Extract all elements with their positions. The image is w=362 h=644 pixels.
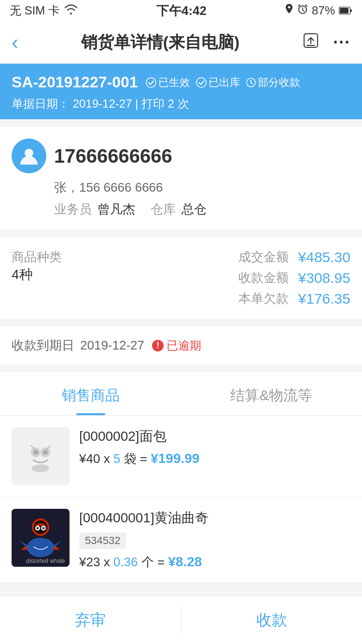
status-shipped: 已出库 xyxy=(196,75,240,90)
product-thumbnail: distorted whale xyxy=(12,509,70,567)
order-date-line: 单据日期： 2019-12-27 | 打印 2 次 xyxy=(12,96,350,112)
status-time: 下午4:42 xyxy=(156,2,207,19)
svg-rect-2 xyxy=(340,8,348,14)
product-price: ¥23 x 0.36 个 = ¥8.28 xyxy=(79,554,350,571)
status-left: 无 SIM 卡 xyxy=(10,3,78,18)
location-icon xyxy=(285,4,293,17)
overdue-icon: ! xyxy=(152,340,164,351)
order-header: SA-20191227-001 已生效 已出库 部分收款 单据日期： 2019-… xyxy=(0,64,362,119)
tabs-row: 销售商品 结算&物流等 xyxy=(0,372,362,416)
received-value: ¥308.95 xyxy=(298,270,350,286)
product-details: [000400001]黄油曲奇 534532 ¥23 x 0.36 个 = ¥8… xyxy=(79,509,350,571)
customer-name: 张，156 6666 6666 xyxy=(12,179,350,196)
back-button[interactable]: ‹ xyxy=(12,31,18,54)
alarm-icon xyxy=(297,4,308,17)
svg-point-19 xyxy=(42,527,45,530)
product-thumbnail xyxy=(12,427,70,485)
transaction-amount-row: 成交金额 ¥485.30 xyxy=(238,249,350,266)
due-date-label: 收款到期日 xyxy=(12,337,74,354)
battery-text: 87% xyxy=(312,4,335,17)
carrier-text: 无 SIM 卡 xyxy=(10,3,60,18)
product-price: ¥40 x 5 袋 = ¥199.99 xyxy=(79,450,350,467)
due-date-section: 收款到期日 2019-12-27 ! 已逾期 xyxy=(0,326,362,364)
avatar xyxy=(12,139,46,173)
type-count: 4种 xyxy=(12,266,62,284)
amount-label: 成交金额 xyxy=(238,249,289,266)
amount-value: ¥485.30 xyxy=(298,249,350,266)
svg-point-5 xyxy=(196,78,206,87)
order-number: SA-20191227-001 xyxy=(12,73,138,91)
page-title: 销货单详情(来自电脑) xyxy=(81,31,240,54)
more-icon[interactable]: ··· xyxy=(333,32,350,53)
customer-meta: 业务员 曾凡杰 仓库 总仓 xyxy=(12,201,350,218)
sales-person: 业务员 曾凡杰 xyxy=(54,201,135,218)
received-label: 收款金额 xyxy=(238,269,289,286)
product-type-summary: 商品种类 4种 xyxy=(12,249,62,284)
svg-point-12 xyxy=(32,464,49,472)
share-icon[interactable] xyxy=(302,32,320,53)
status-bar: 无 SIM 卡 下午4:42 87% xyxy=(0,0,362,21)
overdue-badge: ! 已逾期 xyxy=(152,338,201,353)
svg-point-18 xyxy=(37,527,39,530)
tab-products[interactable]: 销售商品 xyxy=(0,372,181,415)
status-activated: 已生效 xyxy=(146,75,190,90)
warehouse: 仓库 总仓 xyxy=(151,201,207,218)
product-sku: 534532 xyxy=(79,532,126,549)
svg-text:distorted whale: distorted whale xyxy=(26,558,65,564)
product-list: [0000002]面包 ¥40 x 5 袋 = ¥199.99 xyxy=(0,416,362,583)
svg-point-4 xyxy=(146,78,156,87)
customer-phone: 17666666666 xyxy=(54,145,172,167)
status-right: 87% xyxy=(285,4,352,17)
battery-icon xyxy=(339,4,352,17)
financial-summary: 成交金额 ¥485.30 收款金额 ¥308.95 本单欠款 ¥176.35 xyxy=(238,249,350,307)
type-label: 商品种类 xyxy=(12,249,62,266)
product-details: [0000002]面包 ¥40 x 5 袋 = ¥199.99 xyxy=(79,427,350,467)
wifi-icon xyxy=(64,4,78,17)
nav-bar: ‹ 销货单详情(来自电脑) ··· xyxy=(0,21,362,64)
tabs-container: 销售商品 结算&物流等 xyxy=(0,372,362,583)
due-date-value: 2019-12-27 xyxy=(80,338,144,353)
tab-settlement[interactable]: 结算&物流等 xyxy=(181,372,362,415)
confirm-payment-button[interactable]: 收款 xyxy=(181,596,362,644)
status-partial-payment: 部分收款 xyxy=(246,75,300,90)
bottom-bar: 弃审 收款 xyxy=(0,596,362,644)
cancel-button[interactable]: 弃审 xyxy=(0,596,181,644)
owing-label: 本单欠款 xyxy=(238,290,289,307)
summary-section: 商品种类 4种 成交金额 ¥485.30 收款金额 ¥308.95 本单欠款 ¥… xyxy=(0,237,362,319)
owing-value: ¥176.35 xyxy=(298,291,350,307)
table-row: [0000002]面包 ¥40 x 5 袋 = ¥199.99 xyxy=(0,416,362,497)
owing-amount-row: 本单欠款 ¥176.35 xyxy=(238,290,350,307)
overdue-text: 已逾期 xyxy=(167,338,201,353)
svg-point-20 xyxy=(27,538,54,557)
product-name: [0000002]面包 xyxy=(79,427,350,446)
received-amount-row: 收款金额 ¥308.95 xyxy=(238,269,350,286)
customer-section: 17666666666 张，156 6666 6666 业务员 曾凡杰 仓库 总… xyxy=(0,127,362,229)
table-row: distorted whale [000400001]黄油曲奇 534532 ¥… xyxy=(0,497,362,583)
nav-actions: ··· xyxy=(302,32,350,53)
product-name: [000400001]黄油曲奇 xyxy=(79,509,350,527)
